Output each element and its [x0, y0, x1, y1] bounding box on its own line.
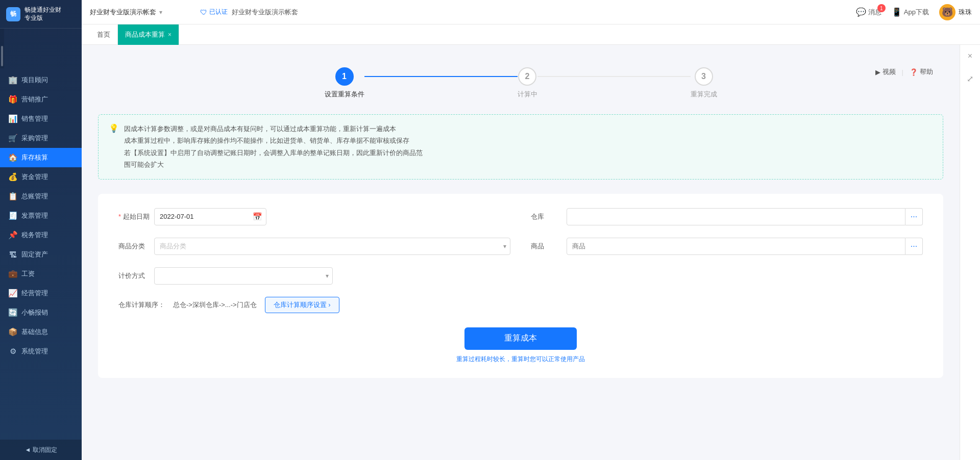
basics-icon: 📦	[8, 327, 17, 337]
start-date-input[interactable]	[154, 208, 266, 225]
category-select-wrapper: 商品分类 ▾	[154, 238, 510, 255]
sidebar-item-label: 采购管理	[21, 134, 48, 143]
expand-icon: ⤢	[967, 74, 973, 84]
category-select[interactable]: 商品分类	[154, 238, 510, 255]
calc-order-btn-label: 仓库计算顺序设置 ›	[274, 300, 331, 310]
sidebar-item-purchase[interactable]: 🛒 采购管理	[0, 129, 82, 148]
sidebar-item-label: 库存核算	[21, 153, 48, 162]
sidebar-item-label: 系统管理	[21, 347, 48, 356]
sidebar-item-marketing[interactable]: 🎁 营销推广	[0, 90, 82, 109]
form-row-1: 起始日期 📅 仓库 ···	[118, 208, 923, 225]
message-button[interactable]: 💬 消息 1	[856, 7, 881, 17]
category-label: 商品分类	[118, 242, 154, 251]
sidebar-item-assets[interactable]: 🏗 固定资产	[0, 245, 82, 264]
calc-order-label: 仓库计算顺序：	[118, 300, 165, 310]
sidebar-item-system[interactable]: ⚙ 系统管理	[0, 342, 82, 361]
sidebar-scrollbar	[1, 46, 3, 66]
warehouse-more-btn[interactable]: ···	[905, 208, 923, 225]
sidebar-item-label: 总账管理	[21, 192, 48, 201]
main-area: 好业财专业版演示帐套 ▾ 🛡 已认证 好业财专业版演示帐套 💬 消息 1 📱 A…	[82, 0, 980, 460]
sidebar-item-operations[interactable]: 📈 经营管理	[0, 284, 82, 303]
start-date-input-wrapper: 📅	[154, 208, 266, 225]
step-line-2	[537, 76, 691, 77]
step-3: 3 重算完成	[691, 67, 717, 99]
start-date-label: 起始日期	[118, 212, 154, 221]
accounting-icon: 📋	[8, 192, 17, 201]
salary-icon: 💼	[8, 269, 17, 278]
recalc-btn-label: 重算成本	[504, 333, 537, 344]
content-area: ▶ 视频 | ❓ 帮助 1 设置重算条件	[82, 45, 980, 460]
start-date-group: 起始日期 📅	[118, 208, 510, 225]
tab-home[interactable]: 首页	[90, 24, 118, 45]
expand-panel-button[interactable]: ⤢	[963, 71, 977, 86]
warehouse-input[interactable]	[567, 208, 905, 225]
goods-input[interactable]	[567, 238, 905, 255]
sidebar-item-label: 经营管理	[21, 289, 48, 298]
step-3-num: 3	[701, 72, 706, 81]
sidebar-item-salary[interactable]: 💼 工资	[0, 264, 82, 284]
username-label: 珠珠	[959, 8, 972, 17]
topbar-right: 💬 消息 1 📱 App下载 🐻 珠珠	[856, 4, 972, 20]
sidebar-item-label: 资金管理	[21, 172, 48, 182]
recalc-button[interactable]: 重算成本	[464, 327, 577, 350]
app-download-button[interactable]: 📱 App下载	[892, 7, 929, 17]
goods-more-btn[interactable]: ···	[905, 238, 923, 255]
content-main: ▶ 视频 | ❓ 帮助 1 设置重算条件	[82, 45, 960, 460]
sidebar-item-label: 小畅报销	[21, 308, 48, 317]
steps-container: 1 设置重算条件 2 计算中 3	[98, 57, 943, 114]
sidebar-item-expense[interactable]: 🔄 小畅报销	[0, 303, 82, 322]
calendar-icon[interactable]: 📅	[253, 212, 262, 221]
info-line-3: 若【系统设置】中启用了自动调整记账日期时，会调整入库单的整单记账日期，因此重新计…	[124, 147, 423, 159]
pricing-select-wrapper: ▾	[154, 267, 333, 285]
sidebar-item-accounting[interactable]: 📋 总账管理	[0, 187, 82, 206]
sidebar-item-invoice[interactable]: 🧾 发票管理	[0, 206, 82, 225]
tabbar: 首页 商品成本重算 ×	[82, 24, 980, 45]
tab-close-icon[interactable]: ×	[168, 31, 172, 38]
step-1: 1 设置重算条件	[325, 67, 364, 99]
sidebar-title: 畅捷通好业财 专业版	[24, 6, 61, 22]
message-icon: 💬	[856, 7, 866, 17]
account-selector[interactable]: 好业财专业版演示帐套 ▾	[90, 8, 192, 17]
topbar: 好业财专业版演示帐套 ▾ 🛡 已认证 好业财专业版演示帐套 💬 消息 1 📱 A…	[82, 0, 980, 24]
form-row-3: 计价方式 ▾	[118, 267, 923, 285]
sidebar-app-name: 畅捷通好业财	[24, 6, 61, 14]
sidebar-scroll	[0, 29, 4, 68]
sidebar-item-inventory[interactable]: 🏠 库存核算	[0, 148, 82, 167]
sidebar-item-label: 固定资产	[21, 250, 48, 259]
step-1-num: 1	[342, 72, 347, 81]
system-icon: ⚙	[8, 347, 17, 356]
content-wrapper: ▶ 视频 | ❓ 帮助 1 设置重算条件	[98, 57, 943, 378]
app-download-label: App下载	[904, 8, 929, 17]
purchase-icon: 🛒	[8, 134, 17, 143]
account-dropdown-icon: ▾	[159, 9, 162, 16]
close-panel-button[interactable]: ×	[963, 49, 977, 63]
warehouse-group: 仓库 ···	[531, 208, 923, 225]
sidebar-item-label: 发票管理	[21, 211, 48, 220]
calc-order-settings-button[interactable]: 仓库计算顺序设置 ›	[265, 297, 339, 313]
phone-icon: 📱	[892, 7, 902, 17]
pricing-select[interactable]	[154, 267, 333, 285]
sidebar-item-tax[interactable]: 📌 税务管理	[0, 225, 82, 245]
sales-icon: 📊	[8, 114, 17, 123]
tab-cost-recalc[interactable]: 商品成本重算 ×	[118, 24, 179, 45]
step-3-label: 重算完成	[691, 90, 717, 99]
calc-order-row: 仓库计算顺序： 总仓->深圳仓库->...->门店仓 仓库计算顺序设置 ›	[118, 297, 923, 313]
sidebar-item-finance[interactable]: 💰 资金管理	[0, 167, 82, 187]
step-3-circle: 3	[695, 67, 713, 86]
message-badge: 1	[877, 4, 886, 12]
sidebar-item-project[interactable]: 🏢 项目顾问	[0, 70, 82, 90]
step-2: 2 计算中	[518, 67, 537, 99]
sidebar-item-sales[interactable]: 📊 销售管理	[0, 109, 82, 129]
info-line-2: 成本重算过程中，影响库存账的操作均不能操作，比如进货单、销货单、库存单据不能审核…	[124, 135, 423, 146]
expense-icon: 🔄	[8, 308, 17, 317]
sidebar-unpin-label: ◄ 取消固定	[24, 446, 57, 454]
form-section: 起始日期 📅 仓库 ···	[98, 194, 943, 378]
sidebar-unpin-button[interactable]: ◄ 取消固定	[0, 440, 82, 460]
user-profile-button[interactable]: 🐻 珠珠	[939, 4, 972, 20]
tab-home-label: 首页	[97, 30, 110, 39]
info-icon: 💡	[109, 123, 119, 171]
project-icon: 🏢	[8, 75, 17, 85]
sidebar: 畅 畅捷通好业财 专业版 🏢 项目顾问 🎁 营销推广 📊 销售管理 🛒 采购管理…	[0, 0, 82, 460]
goods-label: 商品	[531, 242, 567, 251]
sidebar-item-basics[interactable]: 📦 基础信息	[0, 322, 82, 342]
